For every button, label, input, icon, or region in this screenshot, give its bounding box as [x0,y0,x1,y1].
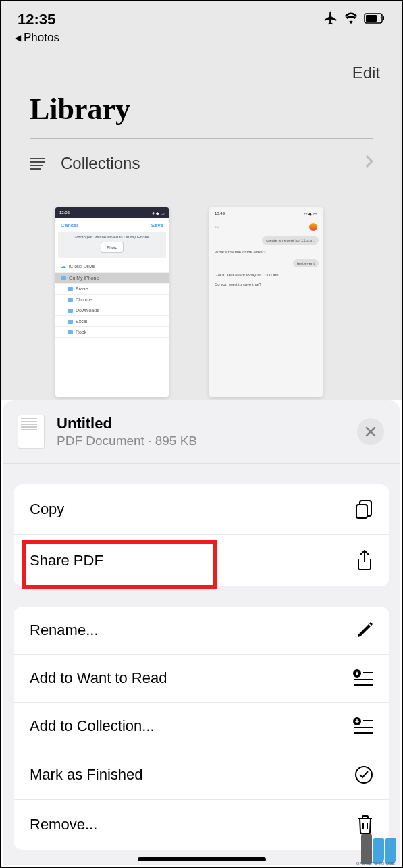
battery-icon [364,13,385,26]
assistant-icon: ⁘ [215,224,219,230]
back-label: Photos [24,31,59,45]
thumb1-toolbar: Cancel Save [55,218,169,232]
share-sheet: Untitled PDF Document · 895 KB Copy Shar… [3,400,400,865]
sheet-title: Untitled [57,415,357,432]
status-icons [323,11,385,28]
avatar-icon [309,223,317,231]
svg-rect-2 [383,16,384,20]
back-to-photos[interactable]: Photos [1,30,402,50]
status-time: 12:35 [18,11,55,28]
document-thumbnail-1[interactable]: 12:05 ✈ ◆ ▭ Cancel Save "Photo.pdf" will… [55,207,169,397]
add-want-to-read-action[interactable]: Add to Want to Read [14,655,389,703]
status-bar: 12:35 [1,1,402,30]
collections-row[interactable]: Collections [30,138,373,188]
airplane-icon [323,11,338,28]
thumb2-header: ⁘ [209,220,323,234]
document-icon [18,415,45,449]
watermark-text: GADGETS TO USE [356,861,395,865]
thumb1-banner: "Photo.pdf" will be saved to On My iPhon… [58,232,166,258]
sheet-subtitle: PDF Document · 895 KB [57,434,357,449]
svg-point-12 [356,767,372,783]
thumb2-statusbar: 10:49 ✈ ◆ ▭ [209,207,323,220]
list-icon [30,158,45,170]
trash-icon [357,815,373,835]
remove-action[interactable]: Remove... [14,800,389,850]
home-indicator[interactable] [138,857,266,861]
folder-icon [61,276,66,280]
pencil-icon [356,621,373,639]
sheet-body: Copy Share PDF Rename... Add to Want [3,464,400,868]
wifi-icon [344,12,358,27]
library-thumbnails: 12:05 ✈ ◆ ▭ Cancel Save "Photo.pdf" will… [1,188,402,397]
edit-button[interactable]: Edit [352,63,380,82]
copy-icon [354,499,373,519]
sheet-header: Untitled PDF Document · 895 KB [3,400,400,464]
document-thumbnail-2[interactable]: 10:49 ✈ ◆ ▭ ⁘ create an event for 11 a.m… [209,207,323,397]
cloud-icon: ☁ [61,263,66,270]
plus-list-icon [353,717,373,735]
svg-rect-3 [356,505,367,518]
chevron-right-icon [365,155,373,172]
star-list-icon [353,669,373,687]
share-icon [356,550,373,571]
action-group-1: Copy Share PDF [14,484,389,586]
action-group-2: Rename... Add to Want to Read Add to Col… [14,607,389,850]
close-button[interactable] [357,418,384,445]
header-row: Edit [1,50,402,82]
copy-action[interactable]: Copy [14,484,389,535]
page-title: Library [1,82,402,138]
checkmark-circle-icon [354,765,373,784]
thumb1-list: ☁iCloud Drive On My iPhone Brave Chrome … [55,261,169,338]
svg-rect-1 [366,15,377,22]
thumb1-statusbar: 12:05 ✈ ◆ ▭ [55,207,169,218]
share-pdf-action[interactable]: Share PDF [14,535,389,586]
collections-label: Collections [61,154,349,173]
add-to-collection-action[interactable]: Add to Collection... [14,703,389,750]
sheet-title-block: Untitled PDF Document · 895 KB [57,415,357,449]
watermark [361,834,396,864]
rename-action[interactable]: Rename... [14,607,389,655]
mark-finished-action[interactable]: Mark as Finished [14,750,389,800]
